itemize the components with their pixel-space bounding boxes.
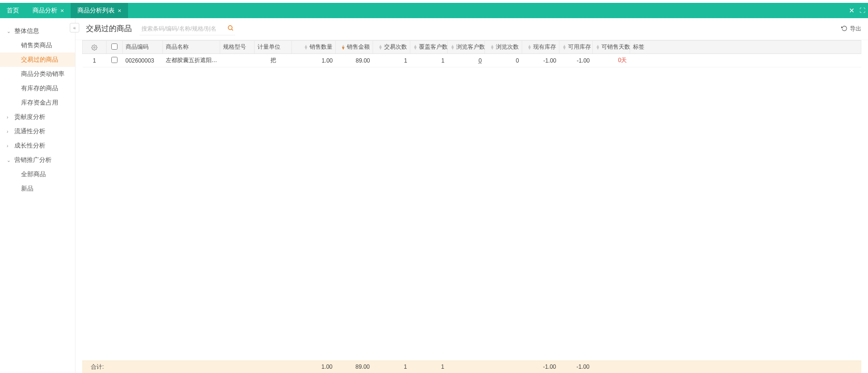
cell-amount: 89.00	[336, 54, 373, 67]
close-icon[interactable]: ✕	[118, 8, 121, 13]
table-header-row: 商品编码 商品名称 规格型号 计量单位 ▲▼销售数量 ▲▼销售金额 ▲▼交易次数…	[83, 41, 861, 54]
tab-label: 商品分析	[32, 6, 57, 15]
tab-bar: 首页 商品分析 ✕ 商品分析列表 ✕ ✕ ⛶	[0, 3, 868, 18]
footer-days	[592, 361, 630, 373]
chevron-right-icon: ›	[7, 115, 11, 120]
col-qty[interactable]: ▲▼销售数量	[292, 41, 336, 54]
cell-browse-cnt: 0	[485, 54, 522, 67]
select-all-checkbox[interactable]	[111, 43, 118, 50]
footer-txn: 1	[373, 361, 410, 373]
tab-product-analysis-list[interactable]: 商品分析列表 ✕	[71, 3, 128, 18]
fullscreen-icon[interactable]: ⛶	[859, 7, 865, 14]
table-footer: 合计: 1.00 89.00 1 1 -1.00 -1.00	[82, 361, 861, 373]
toolbar: 交易过的商品 导出	[75, 18, 868, 40]
svg-line-1	[232, 29, 233, 30]
sidebar-group-label: 整体信息	[14, 27, 39, 35]
cell-qty: 1.00	[292, 54, 336, 67]
row-checkbox[interactable]	[111, 57, 118, 63]
sidebar-group-contribution[interactable]: › 贡献度分析	[0, 110, 75, 124]
tab-product-analysis[interactable]: 商品分析 ✕	[26, 3, 71, 18]
page-title: 交易过的商品	[86, 24, 132, 34]
chevron-right-icon: ›	[7, 129, 11, 134]
footer-browse-cnt	[484, 361, 522, 373]
chevron-down-icon: ⌄	[7, 158, 11, 163]
sidebar-group-overall[interactable]: ⌄ 整体信息	[0, 24, 75, 38]
collapse-sidebar-button[interactable]: «	[70, 23, 79, 32]
export-button[interactable]: 导出	[841, 25, 861, 33]
footer-tag	[630, 361, 861, 373]
sidebar-item-traded-products[interactable]: 交易过的商品	[0, 53, 75, 67]
sidebar-item-category-rate[interactable]: 商品分类动销率	[0, 67, 75, 81]
sidebar-group-growth[interactable]: › 成长性分析	[0, 139, 75, 153]
sidebar-group-marketing[interactable]: ⌄ 营销推广分析	[0, 153, 75, 167]
footer-avail: -1.00	[559, 361, 592, 373]
cell-code: 002600003	[123, 54, 163, 67]
sidebar-item-instock-products[interactable]: 有库存的商品	[0, 81, 75, 96]
col-days[interactable]: ▲▼可销售天数	[593, 41, 630, 54]
cell-txn: 1	[373, 54, 410, 67]
cell-unit: 把	[255, 54, 292, 67]
sidebar-item-new-products[interactable]: 新品	[0, 181, 75, 196]
sidebar-item-sales-products[interactable]: 销售类商品	[0, 38, 75, 53]
cell-tag	[630, 54, 861, 67]
sidebar: ⌄ 整体信息 销售类商品 交易过的商品 商品分类动销率 有库存的商品 库存资金占…	[0, 18, 75, 373]
cell-stock: -1.00	[522, 54, 559, 67]
col-unit[interactable]: 计量单位	[255, 41, 292, 54]
checkbox-column-header[interactable]	[107, 41, 123, 54]
sidebar-group-label: 营销推广分析	[14, 156, 52, 164]
data-table: 商品编码 商品名称 规格型号 计量单位 ▲▼销售数量 ▲▼销售金额 ▲▼交易次数…	[82, 40, 861, 67]
search-input[interactable]	[139, 23, 235, 35]
export-label: 导出	[850, 25, 861, 33]
sidebar-group-label: 贡献度分析	[14, 113, 45, 121]
cell-cust: 1	[410, 54, 448, 67]
gear-icon	[91, 44, 97, 51]
tab-home[interactable]: 首页	[0, 3, 26, 18]
col-name[interactable]: 商品名称	[163, 41, 220, 54]
col-browse-cust[interactable]: ▲▼浏览客户数	[448, 41, 485, 54]
cell-name: 左都胶囊五折遮阳伞防晒伞;	[163, 54, 220, 67]
col-cust[interactable]: ▲▼覆盖客户数	[410, 41, 448, 54]
sidebar-item-all-products[interactable]: 全部商品	[0, 167, 75, 181]
chevron-right-icon: ›	[7, 143, 11, 149]
sidebar-item-stock-capital[interactable]: 库存资金占用	[0, 96, 75, 110]
col-amount[interactable]: ▲▼销售金额	[336, 41, 373, 54]
col-code[interactable]: 商品编码	[123, 41, 163, 54]
cell-checkbox[interactable]	[107, 54, 123, 67]
col-browse-cnt[interactable]: ▲▼浏览次数	[485, 41, 522, 54]
sidebar-group-liquidity[interactable]: › 流通性分析	[0, 124, 75, 139]
tab-label: 首页	[7, 6, 19, 15]
close-all-icon[interactable]: ✕	[849, 7, 855, 14]
footer-qty: 1.00	[291, 361, 335, 373]
tab-label: 商品分析列表	[77, 6, 115, 15]
col-tag[interactable]: 标签	[630, 41, 861, 54]
svg-point-0	[228, 25, 232, 29]
export-icon	[841, 25, 847, 33]
footer-browse-cust	[447, 361, 484, 373]
cell-avail: -1.00	[559, 54, 593, 67]
col-avail[interactable]: ▲▼可用库存	[559, 41, 593, 54]
sidebar-group-label: 成长性分析	[14, 141, 45, 150]
close-icon[interactable]: ✕	[60, 8, 64, 13]
col-stock[interactable]: ▲▼现有库存	[522, 41, 559, 54]
cell-spec	[220, 54, 255, 67]
footer-row: 合计: 1.00 89.00 1 1 -1.00 -1.00	[82, 361, 861, 373]
footer-cust: 1	[410, 361, 447, 373]
footer-label: 合计:	[82, 361, 122, 373]
cell-days: 0天	[593, 54, 630, 67]
search-icon[interactable]	[227, 25, 234, 33]
col-txn[interactable]: ▲▼交易次数	[373, 41, 410, 54]
cell-index: 1	[83, 54, 107, 67]
footer-stock: -1.00	[522, 361, 559, 373]
footer-amount: 89.00	[335, 361, 373, 373]
chevron-down-icon: ⌄	[7, 29, 11, 34]
svg-point-2	[94, 47, 95, 48]
sidebar-group-label: 流通性分析	[14, 127, 45, 136]
table-row[interactable]: 1 002600003 左都胶囊五折遮阳伞防晒伞; 把 1.00 89.00 1…	[83, 54, 861, 67]
settings-column-header[interactable]	[83, 41, 107, 54]
cell-browse-cust[interactable]: 0	[448, 54, 485, 67]
col-spec[interactable]: 规格型号	[220, 41, 255, 54]
